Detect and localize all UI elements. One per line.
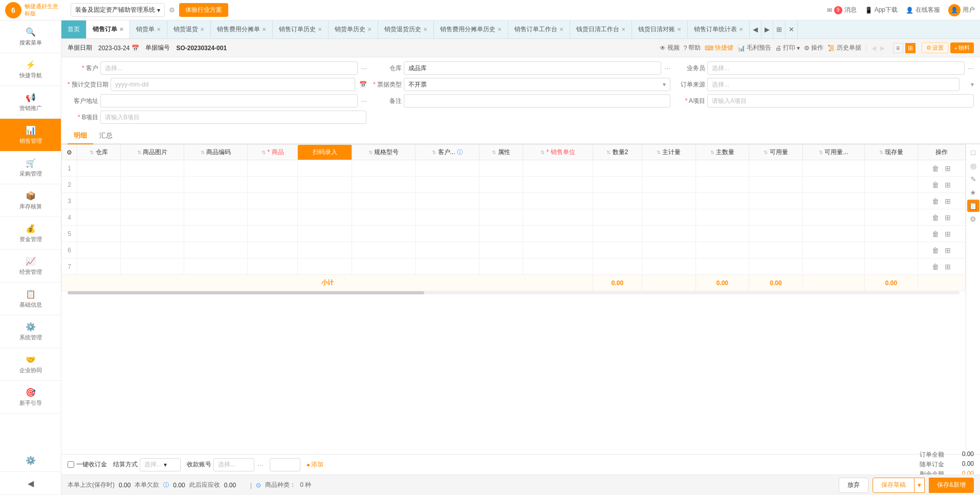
col-sales-unit[interactable]: ⇅ * 销售单位 [522, 145, 593, 160]
industry-button[interactable]: 体验行业方案 [179, 3, 228, 17]
discard-button[interactable]: 放弃 [839, 478, 868, 493]
row-copy-icon[interactable]: ⊞ [943, 229, 953, 239]
col-product-code[interactable]: ⇅ 商品编码 [184, 145, 248, 160]
tab-close-cash-reconcile[interactable]: ✕ [677, 27, 681, 32]
row-copy-icon[interactable]: ⊞ [943, 180, 953, 190]
user-menu-button[interactable]: 👤 用户 [948, 4, 975, 16]
right-panel-btn-5[interactable]: 📋 [967, 200, 979, 212]
row-copy-icon[interactable]: ⊞ [943, 212, 953, 223]
app-download-button[interactable]: 📱 App下载 [865, 6, 898, 14]
right-panel-btn-2[interactable]: ◎ [967, 160, 979, 172]
col-image[interactable]: ⇅ 商品图片 [121, 145, 184, 160]
tab-close-expense-history[interactable]: ✕ [497, 27, 502, 32]
row-delete-icon[interactable]: 🗑 [930, 212, 941, 223]
sidebar-item-quicknav[interactable]: ⚡ 快捷导航 [0, 53, 61, 86]
print-button[interactable]: 🖨 打印 ▾ [775, 44, 800, 52]
row-delete-icon[interactable]: 🗑 [930, 245, 941, 255]
col-settings[interactable]: ⚙ [62, 145, 77, 160]
add-material-button[interactable]: + 物料 [950, 42, 974, 53]
delivery-input[interactable]: yyyy-mm-dd [111, 78, 355, 91]
customer-address-more-icon[interactable]: ··· [361, 97, 367, 105]
col-spec[interactable]: ⇅ 规格型号 [352, 145, 416, 160]
tab-sales-return[interactable]: 销货退货 ✕ [167, 20, 211, 39]
tab-sales-return-history[interactable]: 销货退货历史 ✕ [378, 20, 434, 39]
profit-button[interactable]: 📊 毛利预告 [737, 44, 771, 52]
help-button[interactable]: ? 帮助 [684, 44, 701, 52]
order-source-input[interactable]: 选择... [707, 78, 960, 91]
row-copy-icon[interactable]: ⊞ [943, 245, 953, 255]
a-project-input[interactable]: 请输入A项目 [707, 94, 974, 107]
col-main-unit[interactable]: ⇅ 主计量 [642, 145, 695, 160]
notes-input[interactable] [404, 94, 670, 107]
sidebar-item-settings[interactable]: ⚙️ [0, 449, 61, 472]
salesperson-input[interactable]: 选择... [707, 61, 965, 75]
settings-panel-button[interactable]: ⚙ 设置 [922, 42, 948, 53]
sidebar-collapse-button[interactable]: ◀ [0, 472, 61, 495]
sidebar-item-cooperation[interactable]: 🤝 企业协同 [0, 348, 61, 381]
right-panel-btn-6[interactable]: ⚙ [967, 213, 979, 225]
view-grid-button[interactable]: ⊞ [905, 43, 916, 53]
row-copy-icon[interactable]: ⊞ [943, 196, 953, 206]
tab-close-sales-order[interactable]: ✕ [119, 27, 123, 32]
b-project-input[interactable]: 请输入B项目 [100, 111, 366, 124]
sidebar-item-finance[interactable]: 💰 资金管理 [0, 217, 61, 250]
col-qty2[interactable]: ⇅ 数量2 [593, 145, 642, 160]
settings-icon[interactable]: ⚙ [169, 6, 175, 14]
tab-huizong[interactable]: 汇总 [93, 128, 119, 144]
amount-input[interactable]: 0.00 [270, 458, 300, 471]
tab-close-cash-workbench[interactable]: ✕ [621, 27, 625, 32]
tab-sales-bill[interactable]: 销货单 ✕ [130, 20, 167, 39]
row-delete-icon[interactable]: 🗑 [930, 262, 941, 272]
tab-close-all-button[interactable]: ✕ [786, 20, 798, 39]
tab-prev-button[interactable]: ◀ [750, 20, 761, 39]
row-copy-icon[interactable]: ⊞ [943, 163, 953, 174]
row-delete-icon[interactable]: 🗑 [930, 180, 941, 190]
sidebar-item-marketing[interactable]: 📢 营销推广 [0, 86, 61, 119]
tab-close-sales-bill[interactable]: ✕ [157, 27, 161, 32]
tab-cash-reconcile[interactable]: 钱货日清对账 ✕ [632, 20, 688, 39]
tab-sales-bill-history[interactable]: 销货单历史 ✕ [329, 20, 378, 39]
online-service-button[interactable]: 👤 在线客服 [906, 6, 940, 14]
tab-next-button[interactable]: ▶ [761, 20, 773, 39]
tab-close-order-stats[interactable]: ✕ [739, 27, 743, 32]
sidebar-item-sysadmin[interactable]: ⚙️ 系统管理 [0, 315, 61, 348]
calendar-input-icon[interactable]: 📅 [359, 81, 367, 88]
shortcut-button[interactable]: ⌨ 快捷键 [705, 44, 733, 52]
save-draft-dropdown-button[interactable]: ▾ [914, 478, 925, 493]
tab-sales-order-history[interactable]: 销售订单历史 ✕ [273, 20, 329, 39]
tab-order-stats[interactable]: 销售订单统计表 ✕ [688, 20, 750, 39]
view-list-button[interactable]: ≡ [893, 43, 903, 53]
payment-method-select[interactable]: 选择... ▾ [140, 458, 181, 471]
row-delete-icon[interactable]: 🗑 [930, 163, 941, 174]
tab-sales-expense[interactable]: 销售费用分摊单 ✕ [211, 20, 273, 39]
account-more-icon[interactable]: ··· [257, 461, 264, 469]
col-attribute[interactable]: ⇅ 属性 [479, 145, 522, 160]
operation-button[interactable]: ⚙ 操作 [804, 44, 823, 52]
row-copy-icon[interactable]: ⊞ [943, 262, 953, 272]
add-payment-button[interactable]: ● 添加 [307, 460, 323, 469]
right-panel-btn-1[interactable]: □ [967, 146, 979, 159]
horizontal-scrollbar[interactable] [68, 291, 960, 294]
tab-mingxi[interactable]: 明细 [68, 128, 93, 144]
tab-close-sales-return[interactable]: ✕ [200, 27, 204, 32]
tab-order-workbench[interactable]: 销售订单工作台 ✕ [508, 20, 570, 39]
sidebar-item-operations[interactable]: 📈 经营管理 [0, 250, 61, 283]
one-click-payment-checkbox[interactable]: 一键收订金 [68, 460, 107, 469]
sidebar-item-basicinfo[interactable]: 📋 基础信息 [0, 283, 61, 315]
col-product[interactable]: ⇅ * 商品 [248, 145, 298, 160]
sidebar-item-purchase[interactable]: 🛒 采购管理 [0, 152, 61, 184]
col-stock[interactable]: ⇅ 现存量 [864, 145, 918, 160]
customer-address-input[interactable] [100, 94, 358, 107]
invoice-select[interactable]: 不开票 ▾ [404, 78, 670, 91]
sidebar-item-search[interactable]: 🔍 搜索菜单 [0, 20, 61, 53]
tab-home[interactable]: 首页 [61, 20, 86, 39]
tab-close-bill-history[interactable]: ✕ [367, 27, 372, 32]
salesperson-more-icon[interactable]: ··· [968, 64, 974, 72]
customer-more-icon[interactable]: ··· [361, 64, 367, 72]
system-selector[interactable]: 装备及固定资产辅助管理系统 ▾ [71, 3, 165, 17]
col-main-qty[interactable]: ⇅ 主数量 [695, 145, 749, 160]
table-area[interactable]: ⚙ ⇅ 仓库 ⇅ 商品图片 ⇅ 商品编码 [61, 144, 966, 454]
date-field[interactable]: 2023-03-24 📅 [98, 45, 139, 52]
row-delete-icon[interactable]: 🗑 [930, 196, 941, 206]
sidebar-item-guide[interactable]: 🎯 新手引导 [0, 381, 61, 414]
